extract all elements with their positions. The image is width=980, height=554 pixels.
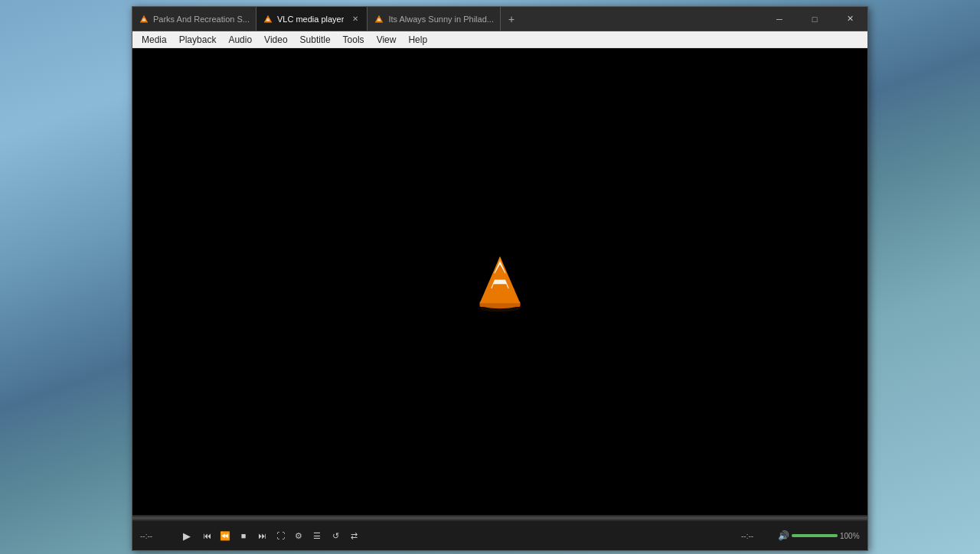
prev-button[interactable]: ⏮	[198, 527, 215, 544]
minimize-button[interactable]: ─	[762, 7, 797, 31]
loop-button[interactable]: ↺	[327, 527, 344, 544]
vlc-window: Parks And Recreation S... VLC media play…	[132, 6, 868, 551]
tab-vlc-main[interactable]: VLC media player ✕	[256, 7, 368, 31]
volume-percentage: 100%	[840, 532, 863, 540]
time-elapsed: --:--	[137, 532, 175, 540]
time-remaining: --:--	[738, 532, 776, 540]
volume-bar[interactable]	[792, 534, 838, 537]
menu-playback[interactable]: Playback	[173, 33, 223, 47]
video-area[interactable]	[132, 48, 867, 515]
maximize-button[interactable]: □	[797, 7, 832, 31]
stop-button[interactable]: ■	[235, 527, 252, 544]
vlc-tab-icon-2	[263, 14, 273, 24]
tab-always-sunny[interactable]: Its Always Sunny in Philad...	[368, 7, 501, 31]
volume-control: 🔊 100%	[778, 530, 863, 541]
shuffle-button[interactable]: ⇄	[345, 527, 362, 544]
tab-label-3: Its Always Sunny in Philad...	[388, 15, 494, 24]
extended-settings-button[interactable]: ⚙	[290, 527, 307, 544]
controls-bar: --:-- ▶ ⏮ ⏪ ■ ⏭ ⛶ ⚙ ☰ ↺ ⇄ --:-- 🔊 100%	[132, 521, 867, 550]
vlc-tab-icon-1	[139, 14, 149, 24]
vlc-cone-logo	[473, 251, 527, 312]
tab-label-2: VLC media player	[277, 15, 344, 24]
progress-bar-area[interactable]	[132, 515, 867, 521]
progress-track[interactable]	[132, 517, 867, 520]
volume-fill	[792, 534, 838, 537]
title-bar: Parks And Recreation S... VLC media play…	[132, 7, 867, 31]
svg-marker-21	[498, 256, 502, 262]
menu-bar: Media Playback Audio Video Subtitle Tool…	[132, 31, 867, 48]
menu-subtitle[interactable]: Subtitle	[294, 33, 337, 47]
play-button[interactable]: ▶	[177, 526, 197, 546]
rewind-button[interactable]: ⏪	[217, 527, 234, 544]
window-controls: ─ □ ✕	[762, 7, 867, 31]
menu-tools[interactable]: Tools	[337, 33, 371, 47]
volume-icon[interactable]: 🔊	[778, 530, 789, 541]
playlist-button[interactable]: ☰	[309, 527, 325, 544]
next-button[interactable]: ⏭	[253, 527, 270, 544]
tab-close-button[interactable]: ✕	[350, 14, 361, 24]
tabs-container: Parks And Recreation S... VLC media play…	[132, 7, 762, 31]
tab-parks-recreation[interactable]: Parks And Recreation S...	[132, 7, 256, 31]
tab-label-1: Parks And Recreation S...	[153, 15, 250, 24]
menu-view[interactable]: View	[371, 33, 403, 47]
fullscreen-button[interactable]: ⛶	[272, 527, 289, 544]
add-tab-button[interactable]: +	[501, 7, 522, 31]
vlc-tab-icon-3	[374, 14, 384, 24]
menu-video[interactable]: Video	[258, 33, 293, 47]
menu-media[interactable]: Media	[136, 33, 173, 47]
menu-help[interactable]: Help	[402, 33, 433, 47]
menu-audio[interactable]: Audio	[222, 33, 258, 47]
close-button[interactable]: ✕	[832, 7, 867, 31]
